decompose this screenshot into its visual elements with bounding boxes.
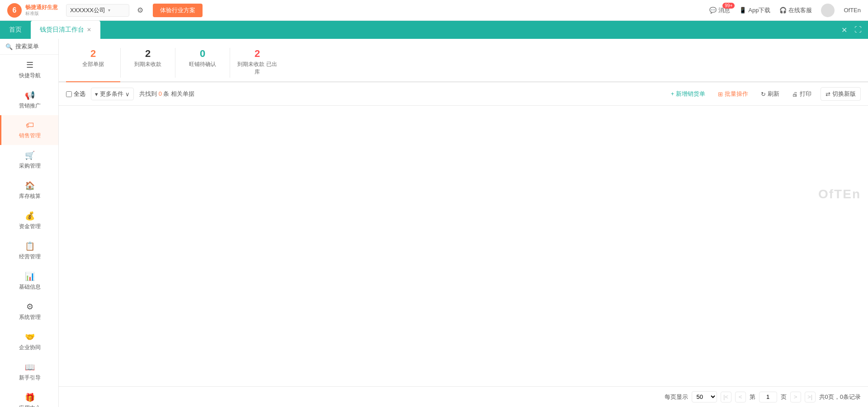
watermark: OfTEn — [818, 187, 868, 201]
main-layout: 🔍 搜索菜单 ☰ 快捷导航 📢 营销推广 🏷 销售管理 🛒 采购管理 🏠 库存核… — [0, 39, 868, 407]
select-all-input[interactable] — [66, 91, 72, 97]
sales-icon: 🏷 — [26, 121, 34, 130]
stat-label-pending: 旺铺待确认 — [181, 61, 224, 68]
found-prefix: 共找到 — [139, 90, 157, 97]
app-download-label: App下载 — [748, 6, 770, 14]
tab-work[interactable]: 钱货日清工作台 ✕ — [31, 21, 100, 39]
sidebar-item-quicknav[interactable]: ☰ 快捷导航 — [0, 55, 58, 85]
tab-home-label: 首页 — [9, 26, 22, 34]
appcenter-icon: 🎁 — [25, 393, 35, 402]
stat-count-overdue: 2 — [126, 48, 170, 60]
content-area: 2 全部单据 2 到期未收款 0 旺铺待确认 2 到期未收款 已出库 — [59, 39, 868, 407]
batch-icon: ⊞ — [718, 91, 723, 98]
sidebar-item-finance[interactable]: 💰 资金管理 — [0, 206, 58, 236]
sidebar-item-appcenter[interactable]: 🎁 应用中心 — [0, 387, 58, 407]
top-bar: 6 畅捷通好生意 标准版 XXXXXX公司 ▾ ⚙ 体验行业方案 💬 消息 99… — [0, 0, 868, 21]
message-btn[interactable]: 💬 消息 99+ — [709, 6, 730, 14]
refresh-label: 刷新 — [768, 90, 779, 98]
found-text: 共找到 0 条 相关单据 — [139, 90, 194, 98]
switch-icon: ⇄ — [826, 91, 830, 98]
found-unit: 条 — [163, 90, 169, 97]
search-menu-btn[interactable]: 🔍 搜索菜单 — [0, 39, 58, 55]
marketing-icon: 📢 — [25, 90, 35, 100]
sidebar-item-inventory[interactable]: 🏠 库存核算 — [0, 175, 58, 206]
sidebar-enterprise-label: 企业协同 — [19, 344, 41, 351]
stat-label-overdue: 到期未收款 — [126, 61, 170, 68]
refresh-icon: ↻ — [761, 91, 766, 98]
batch-label: 批量操作 — [725, 90, 748, 98]
sidebar-item-sales[interactable]: 🏷 销售管理 — [0, 115, 58, 145]
page-input[interactable] — [759, 392, 777, 402]
stat-tab-overdue[interactable]: 2 到期未收款 — [121, 44, 175, 82]
filter-label: 更多条件 — [100, 90, 123, 98]
nav-tabs: 首页 钱货日清工作台 ✕ ✕ ⛶ — [0, 21, 868, 39]
stat-count-shipped: 2 — [236, 48, 279, 60]
sidebar-marketing-label: 营销推广 — [19, 102, 41, 110]
page-next-btn[interactable]: > — [790, 392, 801, 402]
sidebar-item-operations[interactable]: 📋 经营管理 — [0, 236, 58, 266]
enterprise-icon: 🤝 — [25, 332, 35, 342]
sidebar-item-basicinfo[interactable]: 📊 基础信息 — [0, 266, 58, 296]
search-menu-label: 搜索菜单 — [15, 42, 39, 51]
avatar[interactable] — [821, 4, 835, 17]
trial-button[interactable]: 体验行业方案 — [153, 4, 203, 17]
sidebar-operations-label: 经营管理 — [19, 253, 41, 261]
search-icon: 🔍 — [5, 43, 13, 50]
sidebar-item-marketing[interactable]: 📢 营销推广 — [0, 85, 58, 115]
select-all-checkbox[interactable]: 全选 — [66, 90, 85, 98]
tab-home[interactable]: 首页 — [0, 21, 31, 39]
nav-tabs-right: ✕ ⛶ — [839, 24, 868, 36]
sidebar-guide-label: 新手引导 — [19, 374, 41, 382]
logo-text: 畅捷通好生意 标准版 — [25, 4, 58, 16]
found-count: 0 — [159, 90, 162, 97]
filter-icon: ▾ — [95, 91, 98, 98]
stat-tab-all[interactable]: 2 全部单据 — [66, 44, 120, 82]
company-name: XXXXXX公司 — [70, 6, 105, 14]
stat-label-shipped: 到期未收款 已出库 — [236, 61, 279, 76]
batch-btn[interactable]: ⊞ 批量操作 — [714, 88, 752, 100]
app-download-btn[interactable]: 📱 App下载 — [739, 6, 770, 14]
page-size-select[interactable]: 50 100 200 — [692, 391, 717, 402]
online-service-btn[interactable]: 🎧 在线客服 — [779, 6, 812, 14]
sidebar-finance-label: 资金管理 — [19, 223, 41, 230]
guide-icon: 📖 — [25, 362, 35, 372]
tab-collapse-icon[interactable]: ✕ — [839, 24, 850, 36]
filter-chevron-icon: ∨ — [125, 91, 130, 98]
tab-expand-icon[interactable]: ⛶ — [852, 24, 864, 36]
settings-icon[interactable]: ⚙ — [133, 3, 147, 18]
refresh-btn[interactable]: ↻ 刷新 — [757, 88, 783, 100]
sidebar-inventory-label: 库存核算 — [19, 192, 41, 200]
total-info: 共0页，0条记录 — [819, 393, 861, 401]
toolbar: 全选 ▾ 更多条件 ∨ 共找到 0 条 相关单据 + 新增销货单 ⊞ 批量操作 — [59, 83, 868, 106]
stat-tab-shipped[interactable]: 2 到期未收款 已出库 — [230, 44, 284, 82]
inventory-icon: 🏠 — [25, 181, 35, 191]
sidebar-appcenter-label: 应用中心 — [19, 404, 41, 407]
operations-icon: 📋 — [25, 241, 35, 251]
tab-work-label: 钱货日清工作台 — [40, 26, 84, 34]
user-name: OfTEn — [844, 7, 861, 14]
toolbar-right: + 新增销货单 ⊞ 批量操作 ↻ 刷新 🖨 打印 ⇄ 切换新版 — [667, 87, 861, 101]
tab-close-icon[interactable]: ✕ — [87, 27, 91, 33]
pagination: 每页显示 50 100 200 |< < 第 页 > >| 共0页，0条记录 — [59, 386, 868, 407]
stat-tab-pending[interactable]: 0 旺铺待确认 — [175, 44, 230, 82]
filter-button[interactable]: ▾ 更多条件 ∨ — [91, 88, 134, 100]
company-selector[interactable]: XXXXXX公司 ▾ — [66, 4, 129, 17]
logo-area: 6 畅捷通好生意 标准版 — [7, 3, 66, 18]
sidebar-quicknav-label: 快捷导航 — [19, 72, 41, 80]
sidebar-item-guide[interactable]: 📖 新手引导 — [0, 357, 58, 387]
page-size-label: 每页显示 — [665, 393, 688, 401]
app-subtitle: 标准版 — [25, 11, 58, 16]
print-btn[interactable]: 🖨 打印 — [788, 88, 815, 100]
switch-version-btn[interactable]: ⇄ 切换新版 — [821, 87, 861, 101]
stat-count-all: 2 — [71, 48, 115, 60]
sidebar-item-enterprise[interactable]: 🤝 企业协同 — [0, 327, 58, 357]
stat-label-all: 全部单据 — [71, 61, 115, 68]
page-prev-btn[interactable]: < — [735, 392, 746, 402]
page-last-btn[interactable]: >| — [805, 392, 816, 402]
new-sale-btn[interactable]: + 新增销货单 — [667, 88, 709, 100]
sidebar-item-purchase[interactable]: 🛒 采购管理 — [0, 145, 58, 175]
sidebar-item-system[interactable]: ⚙ 系统管理 — [0, 296, 58, 327]
online-service-label: 在线客服 — [788, 6, 812, 14]
message-icon: 💬 — [709, 7, 717, 14]
page-first-btn[interactable]: |< — [721, 392, 731, 402]
